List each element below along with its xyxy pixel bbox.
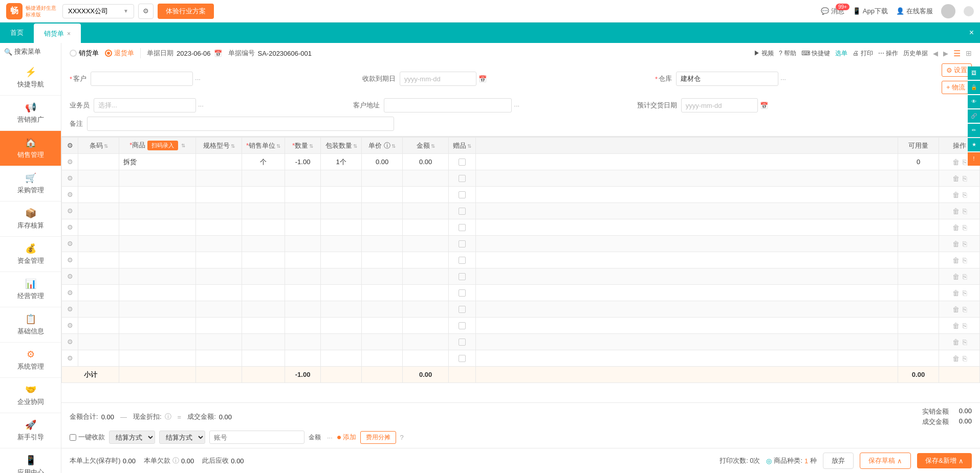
customer-more-icon[interactable]: ··· <box>195 75 201 83</box>
row-copy-icon[interactable]: ⎘ <box>963 273 967 281</box>
row-product[interactable] <box>119 170 196 187</box>
row-spec[interactable] <box>196 219 242 236</box>
row-pkg-qty[interactable] <box>321 301 362 318</box>
video-btn[interactable]: ▶ 视频 <box>754 49 774 58</box>
row-gift[interactable] <box>449 268 476 285</box>
row-pkg-qty[interactable] <box>321 285 362 301</box>
settle-method-select2[interactable]: 结算方式 <box>159 431 205 444</box>
row-gift[interactable] <box>449 154 476 170</box>
company-selector[interactable]: XXXXXX公司 ▼ <box>62 4 134 18</box>
row-qty[interactable] <box>285 334 321 350</box>
row-gift[interactable] <box>449 252 476 268</box>
salesperson-more-icon[interactable]: ··· <box>198 102 204 109</box>
row-product[interactable] <box>119 219 196 236</box>
row-barcode[interactable] <box>78 301 119 318</box>
row-unit[interactable]: 个 <box>242 154 285 170</box>
row-product[interactable] <box>119 203 196 219</box>
float-img-btn[interactable]: 🖼 <box>968 66 980 80</box>
sidebar-item-system[interactable]: ⚙ 系统管理 <box>0 343 61 378</box>
row-qty[interactable] <box>285 219 321 236</box>
addr-more-icon[interactable]: ··· <box>514 102 519 109</box>
row-unit-price[interactable] <box>362 187 403 203</box>
row-delete-icon[interactable]: 🗑 <box>952 305 960 313</box>
payment-due-input[interactable]: yyyy-mm-dd <box>400 72 476 86</box>
settings-icon[interactable]: ⚙ <box>138 4 154 19</box>
row-copy-icon[interactable]: ⎘ <box>963 174 967 183</box>
sidebar-item-sales[interactable]: 🏠 销售管理 <box>0 131 61 166</box>
row-unit[interactable] <box>242 350 285 367</box>
prev-icon[interactable]: ◀ <box>933 50 938 57</box>
sidebar-item-marketing[interactable]: 📢 营销推广 <box>0 96 61 131</box>
row-copy-icon[interactable]: ⎘ <box>963 191 967 199</box>
row-pkg-qty[interactable] <box>321 219 362 236</box>
row-unit-price[interactable] <box>362 350 403 367</box>
scan-button[interactable]: 扫码录入 <box>147 141 178 150</box>
row-unit-price[interactable] <box>362 219 403 236</box>
sidebar-item-guide[interactable]: 🚀 新手引导 <box>0 413 61 448</box>
row-settings[interactable]: ⚙ <box>62 268 78 285</box>
sidebar-item-enterprise[interactable]: 🤝 企业协同 <box>0 378 61 413</box>
row-settings[interactable]: ⚙ <box>62 187 78 203</box>
sidebar-item-appstore[interactable]: 📱 应用中心 <box>0 448 61 473</box>
row-delete-icon[interactable]: 🗑 <box>952 256 960 264</box>
expected-date-input[interactable]: yyyy-mm-dd <box>681 98 758 112</box>
notes-input[interactable] <box>87 117 394 131</box>
row-unit[interactable] <box>242 334 285 350</box>
avatar-extra[interactable] <box>964 6 974 16</box>
row-barcode[interactable] <box>78 350 119 367</box>
salesperson-input[interactable]: 选择... <box>94 98 196 112</box>
row-qty[interactable] <box>285 203 321 219</box>
row-amount[interactable] <box>403 301 449 318</box>
app-download-button[interactable]: 📱 App下载 <box>853 7 888 16</box>
next-icon[interactable]: ▶ <box>943 50 948 57</box>
row-delete-icon[interactable]: 🗑 <box>952 240 960 248</box>
sidebar-search[interactable]: 🔍 搜索菜单 <box>0 43 61 60</box>
row-settings[interactable]: ⚙ <box>62 334 78 350</box>
row-barcode[interactable] <box>78 219 119 236</box>
radio-sales[interactable]: 销货单 <box>70 49 99 58</box>
row-unit[interactable] <box>242 252 285 268</box>
sidebar-item-purchase[interactable]: 🛒 采购管理 <box>0 166 61 201</box>
print-btn[interactable]: 🖨 打印 <box>853 49 873 58</box>
operation-btn[interactable]: ⋯ 操作 <box>878 49 898 58</box>
row-gift[interactable] <box>449 318 476 334</box>
row-copy-icon[interactable]: ⎘ <box>963 223 967 232</box>
warehouse-more-icon[interactable]: ··· <box>780 75 786 83</box>
select-bill-btn[interactable]: 选单 <box>835 49 847 58</box>
row-product[interactable] <box>119 318 196 334</box>
row-qty[interactable] <box>285 350 321 367</box>
table-settings-icon[interactable]: ⚙ <box>67 142 73 149</box>
row-spec[interactable] <box>196 187 242 203</box>
float-lock-btn[interactable]: 🔒 <box>968 81 980 94</box>
row-settings[interactable]: ⚙ <box>62 252 78 268</box>
row-spec[interactable] <box>196 350 242 367</box>
add-payment-button[interactable]: ● 添加 <box>337 433 356 442</box>
sidebar-item-operations[interactable]: 📊 经营管理 <box>0 272 61 307</box>
row-qty[interactable] <box>285 187 321 203</box>
row-barcode[interactable] <box>78 170 119 187</box>
row-amount[interactable] <box>403 219 449 236</box>
row-unit-price[interactable] <box>362 268 403 285</box>
row-copy-icon[interactable]: ⎘ <box>963 289 967 297</box>
row-settings[interactable]: ⚙ <box>62 170 78 187</box>
row-qty[interactable] <box>285 236 321 252</box>
row-spec[interactable] <box>196 334 242 350</box>
row-pkg-qty[interactable] <box>321 170 362 187</box>
row-barcode[interactable] <box>78 187 119 203</box>
row-gift[interactable] <box>449 170 476 187</box>
row-amount[interactable] <box>403 236 449 252</box>
float-link-btn[interactable]: 🔗 <box>968 109 980 123</box>
row-delete-icon[interactable]: 🗑 <box>952 322 960 330</box>
row-product[interactable]: 拆货 <box>119 154 196 170</box>
calendar-icon[interactable]: 📅 <box>214 50 222 57</box>
row-barcode[interactable] <box>78 268 119 285</box>
tab-sales[interactable]: 销货单 × <box>34 24 81 44</box>
save-new-chevron[interactable]: ∧ <box>959 457 964 465</box>
nav-close-button[interactable]: × <box>963 28 980 37</box>
message-button[interactable]: 💬 消息 99+ <box>821 7 844 16</box>
row-copy-icon[interactable]: ⎘ <box>963 256 967 264</box>
row-settings[interactable]: ⚙ <box>62 285 78 301</box>
row-unit[interactable] <box>242 203 285 219</box>
row-barcode[interactable] <box>78 318 119 334</box>
row-pkg-qty[interactable] <box>321 252 362 268</box>
